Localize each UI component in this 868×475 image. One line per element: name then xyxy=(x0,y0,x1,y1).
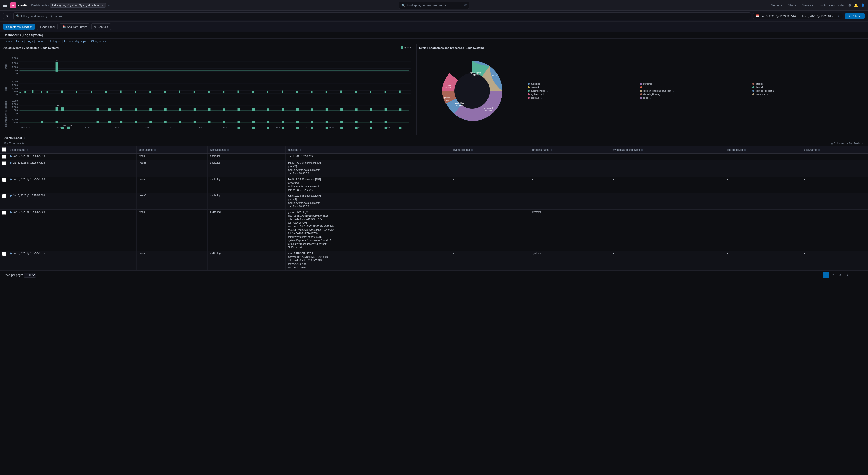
legend-label: sudo xyxy=(643,97,648,99)
quick-link-sudo[interactable]: Sudo xyxy=(36,40,43,43)
legend-menu-icon[interactable]: ⋮ xyxy=(646,86,648,88)
quick-link-ssh[interactable]: SSH logins xyxy=(47,40,60,43)
columns-button[interactable]: ⊞ Columns xyxy=(831,142,844,145)
row-6-expand[interactable]: ▶ xyxy=(10,252,12,255)
create-visualization-button[interactable]: + Create visualization xyxy=(3,24,35,30)
legend-item-systemd[interactable]: systemd ⋮ xyxy=(640,83,751,85)
breadcrumb-check-icon[interactable]: ✓ xyxy=(108,3,111,7)
legend-menu-icon[interactable]: ⋮ xyxy=(547,90,549,92)
share-link[interactable]: Share xyxy=(786,2,798,8)
th-message[interactable]: message ⊕ xyxy=(285,146,451,153)
quick-link-users[interactable]: Users and groups xyxy=(64,40,86,43)
row-2-expand[interactable]: ▶ xyxy=(10,161,12,164)
legend-item-netavark[interactable]: netavark ⋮ xyxy=(528,86,638,89)
row-4-expand[interactable]: ▶ xyxy=(10,194,12,197)
legend-menu-icon[interactable]: ⋮ xyxy=(673,90,675,92)
user-avatar[interactable]: 👤 xyxy=(861,3,865,7)
svg-text:500: 500 xyxy=(14,109,18,111)
global-search-bar[interactable]: 🔍 Find apps, content, and more. ⌘/ xyxy=(399,2,469,9)
row-3-expand[interactable]: ▶ xyxy=(10,178,12,181)
legend-menu-icon[interactable]: ⋮ xyxy=(650,97,651,99)
row-5-expand[interactable]: ▶ xyxy=(10,211,12,213)
row-checkbox-2[interactable] xyxy=(2,161,6,166)
controls-button[interactable]: ⚙ Controls xyxy=(91,24,111,30)
page-btn-2[interactable]: 2 xyxy=(830,272,836,278)
legend-item-kscreen[interactable]: kscreen_backend_launcher ⋮ xyxy=(640,90,751,92)
settings-link[interactable]: Settings xyxy=(769,2,784,8)
legend-dot-sgdb xyxy=(528,93,530,95)
sort-fields-button[interactable]: ⇅ Sort fields xyxy=(846,142,860,145)
th-process-name[interactable]: process.name ⊕ xyxy=(530,146,611,153)
legend-item-siemids-filebeat[interactable]: siemids_filebeat_1 ⋮ xyxy=(752,90,863,92)
legend-menu-icon[interactable]: ⋮ xyxy=(765,86,767,88)
breadcrumb-dashboards[interactable]: Dashboards xyxy=(31,3,47,7)
kql-search-bar[interactable]: 🔍 Filter your data using KQL syntax xyxy=(13,12,751,20)
row-checkbox-6[interactable] xyxy=(2,252,6,256)
row-checkbox-1[interactable] xyxy=(2,154,6,158)
svg-text:1747: 1747 xyxy=(54,104,59,106)
th-checkbox[interactable] xyxy=(0,146,8,153)
quick-link-events[interactable]: Events xyxy=(3,40,12,43)
legend-item-system-auth[interactable]: system.auth ⋮ xyxy=(752,93,863,96)
legend-item-firewalld[interactable]: firewalld ⋮ xyxy=(752,86,863,89)
th-auditd-op[interactable]: auditd.log.op ⊕ xyxy=(725,146,802,153)
quick-link-alerts[interactable]: Alerts xyxy=(16,40,23,43)
page-btn-4[interactable]: 4 xyxy=(844,272,850,278)
legend-menu-icon[interactable]: ⋮ xyxy=(541,86,543,88)
time-range-picker[interactable]: 📅 Jan 5, 2025 @ 11:24:39.544 → Jan 5, 20… xyxy=(753,13,843,19)
legend-item-system-syslog[interactable]: system.syslog ⋮ xyxy=(528,90,638,92)
add-panel-button[interactable]: + Add panel xyxy=(37,24,58,30)
page-btn-1[interactable]: 1 xyxy=(823,272,829,278)
svg-rect-37 xyxy=(164,91,165,93)
legend-dot-kscreen xyxy=(640,90,642,92)
legend-menu-icon[interactable]: ⋮ xyxy=(776,90,778,92)
legend-menu-icon[interactable]: ⋮ xyxy=(542,83,544,85)
legend-menu-icon[interactable]: ⋮ xyxy=(545,93,547,95)
events-expand-icon[interactable]: ∨ xyxy=(24,137,26,139)
breadcrumb-current[interactable]: Editing Logs System: Syslog dashboard ▾ xyxy=(50,3,106,7)
th-event-original[interactable]: event.original ⊕ xyxy=(451,146,530,153)
legend-item-podman[interactable]: podman ⋮ xyxy=(528,97,638,99)
legend-menu-icon[interactable]: ⋮ xyxy=(769,93,771,95)
th-user-name[interactable]: user.name ⊕ xyxy=(802,146,868,153)
select-all-checkbox[interactable] xyxy=(2,147,6,151)
row-checkbox-3[interactable] xyxy=(2,178,6,182)
legend-item-siemids-kibana[interactable]: siemids_kibana_3 ⋮ xyxy=(640,93,751,96)
gear-icon[interactable]: ⚙ xyxy=(848,3,851,7)
legend-item-iptables[interactable]: iptables ⋮ xyxy=(752,83,863,85)
filter-dropdown-btn[interactable]: ▼ xyxy=(3,13,11,19)
bell-icon[interactable]: 🔔 xyxy=(854,3,858,7)
switch-view-link[interactable]: Switch view mode xyxy=(817,2,845,8)
timestamp-col-label: @timestamp xyxy=(10,148,26,151)
th-ssh-event[interactable]: system.auth.ssh.event ⊕ xyxy=(611,146,725,153)
legend-menu-icon[interactable]: ⋮ xyxy=(663,93,665,95)
save-as-link[interactable]: Save as xyxy=(800,2,815,8)
table-options-icon[interactable]: ⋯ xyxy=(862,142,865,145)
legend-menu-icon[interactable]: ⋮ xyxy=(653,83,655,85)
row-4-timestamp: ▶ Jan 5, 2025 @ 15:25:57.309 xyxy=(8,193,136,210)
legend-menu-icon[interactable]: ⋮ xyxy=(540,97,542,99)
th-agent-name[interactable]: agent.name ⊕ xyxy=(136,146,208,153)
row-6-ssh: - xyxy=(611,251,725,271)
add-from-library-button[interactable]: 📚 Add from library xyxy=(60,24,89,30)
quick-link-logs[interactable]: Logs xyxy=(27,40,33,43)
row-checkbox-4[interactable] xyxy=(2,194,6,198)
th-timestamp[interactable]: @timestamp ↕ xyxy=(8,146,136,153)
row-6-agent: ryzen8 xyxy=(136,251,208,271)
legend-item-sudo[interactable]: sudo ⋮ xyxy=(640,97,751,99)
table-footer: Rows per page: 100 50 25 1 2 3 4 5 ... xyxy=(0,271,868,279)
refresh-button[interactable]: ↻ Refresh xyxy=(845,13,865,19)
page-btn-5[interactable]: 5 xyxy=(851,272,858,278)
legend-menu-icon[interactable]: ⋮ xyxy=(765,83,767,85)
page-btn-3[interactable]: 3 xyxy=(837,272,843,278)
hamburger-menu[interactable] xyxy=(3,3,8,8)
quick-link-dns[interactable]: DNS Queries xyxy=(90,40,106,43)
rows-per-page-select[interactable]: 100 50 25 xyxy=(24,273,36,277)
row-checkbox-5[interactable] xyxy=(2,211,6,215)
th-event-dataset[interactable]: event.dataset ⊕ xyxy=(208,146,285,153)
row-1-expand[interactable]: ▶ xyxy=(10,154,12,157)
legend-item-3[interactable]: 3 ⋮ xyxy=(640,86,751,89)
legend-item-sgdb[interactable]: sgdbalacced ⋮ xyxy=(528,93,638,96)
legend-item-auditd[interactable]: auditd.log ⋮ xyxy=(528,83,638,85)
row-3-process: - xyxy=(530,177,611,193)
